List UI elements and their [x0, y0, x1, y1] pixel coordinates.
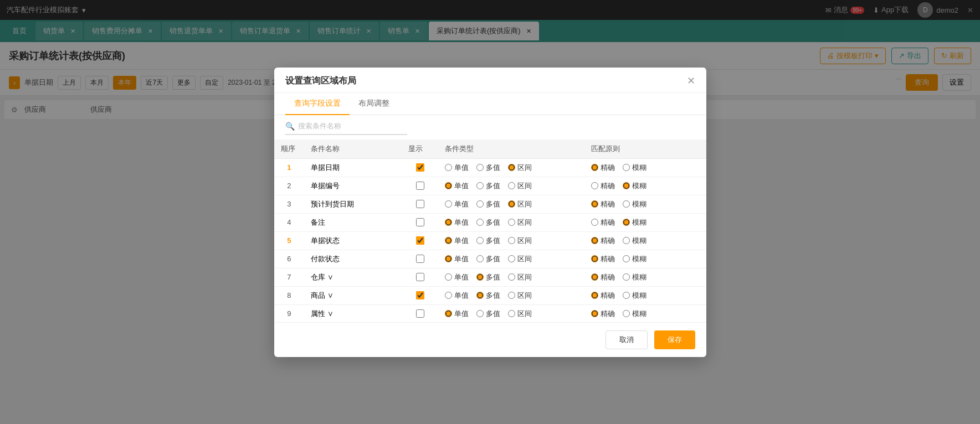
dialog-header: 设置查询区域布局 ✕	[274, 68, 706, 93]
search-icon: 🔍	[285, 122, 295, 125]
search-box: 🔍	[285, 122, 407, 125]
dialog-title: 设置查询区域布局	[285, 75, 356, 87]
dialog-tabs: 查询字段设置 布局调整	[274, 93, 706, 115]
dialog-close-button[interactable]: ✕	[687, 76, 695, 86]
tab-layout[interactable]: 布局调整	[350, 93, 398, 115]
settings-dialog: 设置查询区域布局 ✕ 查询字段设置 布局调整 🔍 顺序 条件名称 显示 条件类型	[274, 68, 706, 125]
search-input[interactable]	[298, 122, 398, 124]
modal-overlay: 设置查询区域布局 ✕ 查询字段设置 布局调整 🔍 顺序 条件名称 显示 条件类型	[0, 0, 980, 124]
tab-fields[interactable]: 查询字段设置	[285, 93, 350, 115]
